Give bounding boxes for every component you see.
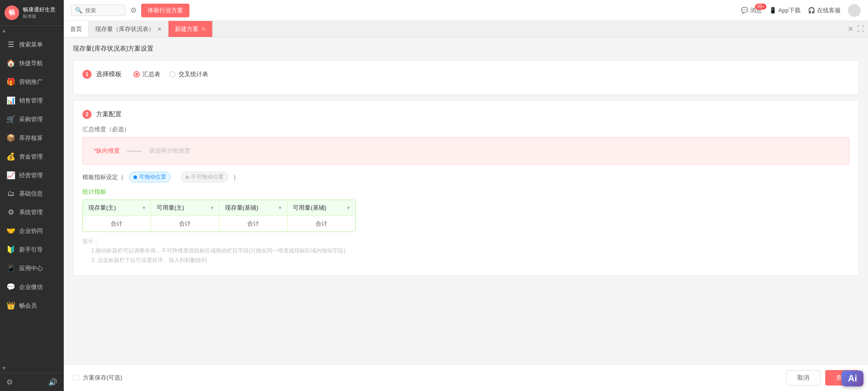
stats-table: 现存量(主) ▾ 可用量(主) ▾ 现存量(基辅) ▾ 可用量(基辅) (82, 200, 356, 232)
sidebar-item-base-info[interactable]: 🗂 基础信息 (0, 185, 64, 203)
sidebar-item-cooperation[interactable]: 🤝 企业协同 (0, 221, 64, 240)
tip-1: 1.拖动标题栏可以调整布局，不可跨维度或指标区域拖动栏目字段(只能在同一维度或指… (82, 247, 849, 255)
sidebar-item-app-center[interactable]: 📱 应用中心 (0, 259, 64, 278)
home-icon: 🏠 (6, 59, 15, 67)
tips-label: 提示： (82, 237, 849, 245)
movable-tag: 可拖动位置 (129, 172, 170, 182)
trend-icon: 📈 (6, 171, 15, 180)
save-label: 方案保存(可选) (83, 374, 123, 382)
sidebar-item-purchase[interactable]: 🛒 采购管理 (0, 110, 64, 129)
sidebar-item-sales[interactable]: 📊 销售管理 (0, 91, 64, 110)
message-icon: 💬 (741, 7, 748, 14)
mobile-icon: 📱 (6, 264, 15, 273)
stats-body-1: 合计 (151, 216, 220, 232)
sidebar-nav: ☰ 搜索菜单 🏠 快捷导航 🎁 营销推广 📊 销售管理 🛒 采购管理 📦 库存核… (0, 35, 64, 364)
page-title: 现存量(库存状况表)方案设置 (73, 45, 859, 53)
stats-section: 统计指标 现存量(主) ▾ 可用量(主) ▾ 现存量(基辅) (82, 188, 849, 232)
search-box[interactable]: 🔍 (71, 5, 126, 16)
sidebar-scroll-down[interactable]: ▼ (0, 364, 64, 373)
gear-icon: ⚙ (6, 208, 15, 216)
tab-close-inventory[interactable]: ✕ (157, 26, 162, 32)
sound-icon[interactable]: 🔊 (48, 378, 57, 386)
tab-close-new-plan[interactable]: ✕ (201, 26, 206, 32)
tab-new-plan[interactable]: 新建方案 ✕ (168, 21, 213, 37)
stats-body-2: 合计 (220, 216, 288, 232)
save-checkbox[interactable] (73, 375, 79, 381)
sidebar-item-finance[interactable]: 💰 资金管理 (0, 147, 64, 166)
logo-text: 畅康通好生意 标准版 (23, 6, 56, 20)
search-input[interactable] (85, 7, 122, 14)
folder-icon: 🗂 (6, 190, 15, 198)
sidebar-item-inventory[interactable]: 📦 库存核算 (0, 129, 64, 147)
dimension-required-label: *纵向维度 (94, 147, 120, 155)
tab-home[interactable]: 首页 (64, 21, 89, 37)
sidebar-bottom: ⚙ 🔊 (0, 373, 64, 391)
tips-section: 提示： 1.拖动标题栏可以调整布局，不可跨维度或指标区域拖动栏目字段(只能在同一… (82, 237, 849, 264)
app-icon: 📱 (769, 7, 776, 14)
template-settings-suffix: ） (233, 173, 239, 181)
topbar-left: 🔍 ⚙ 体验行业方案 (71, 4, 189, 17)
cart-icon: 🛒 (6, 115, 15, 123)
chart-icon: 📊 (6, 96, 15, 105)
topbar: 🔍 ⚙ 体验行业方案 💬 消息 99+ 📱 App下载 🎧 在线客服 (64, 0, 868, 21)
online-service-btn[interactable]: 🎧 在线客服 (808, 6, 841, 15)
stats-table-body: 合计 合计 合计 合计 (83, 216, 355, 232)
fixed-dot (185, 175, 189, 179)
stats-col-0[interactable]: 现存量(主) ▾ (83, 200, 151, 216)
sidebar-item-vip[interactable]: 👑 畅会员 (0, 296, 64, 315)
step1-card: 1 选择模板 汇总表 交叉统计表 (73, 60, 859, 95)
search-icon: 🔍 (75, 7, 82, 14)
dimension-label: 汇总维度（必选） (82, 125, 849, 134)
message-btn[interactable]: 💬 消息 99+ (741, 6, 762, 15)
sidebar-scroll-up[interactable]: ▲ (0, 26, 64, 35)
headset-icon: 🎧 (808, 7, 815, 14)
stats-body-0: 合计 (83, 216, 151, 232)
logo-icon: 畅 (5, 5, 19, 20)
dimension-box[interactable]: *纵向维度 —— 请选择分组维度 (82, 137, 849, 165)
sidebar-item-search-menu[interactable]: ☰ 搜索菜单 (0, 35, 64, 54)
radio-cross[interactable]: 交叉统计表 (169, 70, 208, 78)
sidebar-item-wechat[interactable]: 💬 企业微信 (0, 278, 64, 296)
movable-dot (133, 175, 137, 179)
sidebar-item-operations[interactable]: 📈 经营管理 (0, 166, 64, 185)
tab-expand-icon[interactable]: ⛶ (857, 25, 864, 33)
box-icon: 📦 (6, 134, 15, 142)
save-option: 方案保存(可选) (73, 374, 123, 382)
tab-inventory-status[interactable]: 现存量（库存状况表） ✕ (89, 21, 168, 37)
sidebar-item-marketing[interactable]: 🎁 营销推广 (0, 72, 64, 91)
gift-icon: 🎁 (6, 77, 15, 86)
tabs-bar: 首页 现存量（库存状况表） ✕ 新建方案 ✕ ✕ ⛶ (64, 21, 868, 37)
topbar-settings-icon[interactable]: ⚙ (130, 6, 137, 15)
tab-close-icon[interactable]: ✕ (848, 25, 853, 33)
step2-card: 2 方案配置 汇总维度（必选） *纵向维度 —— 请选择分组维度 模板指标设定（… (73, 100, 859, 276)
stats-col-2[interactable]: 现存量(基辅) ▾ (220, 200, 288, 216)
ai-badge[interactable]: Ai (842, 370, 863, 386)
user-avatar[interactable] (848, 4, 861, 17)
bottom-bar: 方案保存(可选) 取消 查询 (64, 364, 868, 391)
step1-header: 1 选择模板 汇总表 交叉统计表 (82, 70, 849, 79)
money-icon: 💰 (6, 152, 15, 161)
radio-cross-circle (169, 71, 176, 77)
sidebar-item-quick-nav[interactable]: 🏠 快捷导航 (0, 54, 64, 72)
sidebar: 畅 畅康通好生意 标准版 ▲ ☰ 搜索菜单 🏠 快捷导航 🎁 营销推广 📊 销售… (0, 0, 64, 391)
tip-2: 2. 点击标题栏下拉可设置排序、插入列和删除列 (82, 257, 849, 264)
settings-bottom-icon[interactable]: ⚙ (6, 378, 13, 386)
stats-col-3[interactable]: 可用量(基辅) ▾ (287, 200, 355, 216)
col-1-arrow[interactable]: ▾ (211, 205, 214, 211)
content-area: 现存量(库存状况表)方案设置 1 选择模板 汇总表 交叉统计表 (64, 37, 868, 364)
col-3-arrow[interactable]: ▾ (347, 205, 350, 211)
app-download-btn[interactable]: 📱 App下载 (769, 6, 801, 15)
crown-icon: 👑 (6, 301, 15, 310)
template-radio-group: 汇总表 交叉统计表 (133, 70, 208, 78)
col-2-arrow[interactable]: ▾ (279, 205, 281, 211)
col-0-arrow[interactable]: ▾ (143, 205, 145, 211)
cancel-button[interactable]: 取消 (786, 370, 821, 386)
template-settings-label: 模板指标设定（ (82, 173, 124, 181)
sidebar-item-guide[interactable]: 🔰 新手引导 (0, 240, 64, 259)
stats-col-1[interactable]: 可用量(主) ▾ (151, 200, 220, 216)
search-menu-icon: ☰ (6, 40, 15, 49)
sidebar-item-system[interactable]: ⚙ 系统管理 (0, 203, 64, 221)
badge-icon: 🔰 (6, 245, 15, 254)
radio-summary[interactable]: 汇总表 (133, 70, 160, 78)
trial-btn[interactable]: 体验行业方案 (141, 4, 189, 17)
